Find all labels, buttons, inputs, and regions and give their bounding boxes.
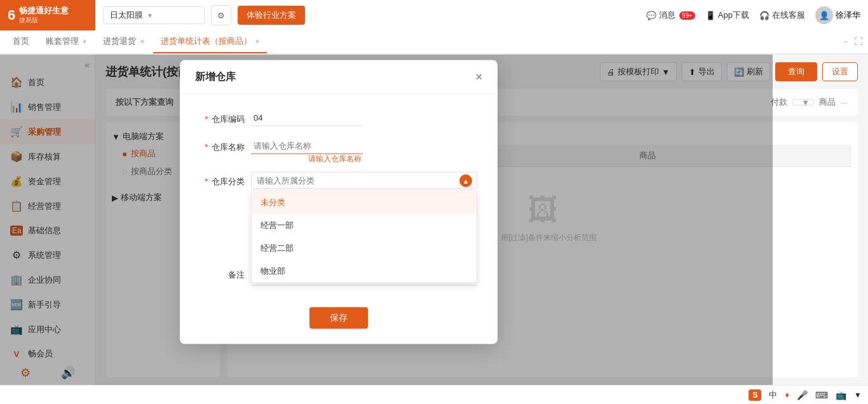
- form-row-category: * 仓库分类 ▲ 未分类 经营一部 经营二部 物业部: [200, 172, 477, 189]
- tab-bar: 首页 账套管理 × 进货退货 × 进货单统计表（按商品） × － ⛶: [0, 30, 868, 55]
- form-label-code: * 仓库编码: [200, 110, 251, 125]
- dropdown-option-dept3[interactable]: 物业部: [252, 260, 477, 283]
- microphone-icon[interactable]: 🎤: [797, 390, 808, 400]
- store-selector[interactable]: 日太阳膜 ▼: [103, 6, 205, 24]
- tab-purchase-stats-label: 进货单统计表（按商品）: [161, 36, 252, 47]
- dropdown-option-unclassified[interactable]: 未分类: [252, 191, 477, 214]
- tab-purchase-return[interactable]: 进货退货 ×: [95, 30, 151, 53]
- keyboard-icon[interactable]: ⌨: [815, 390, 828, 400]
- code-input[interactable]: [251, 110, 363, 126]
- header-row: 6 畅捷通好生意 捷易版 日太阳膜 ▼ ⚙ 体验行业方案 💬 消息 99+: [0, 0, 868, 30]
- phone-icon: 📱: [705, 11, 715, 20]
- modal-footer: 保存: [180, 302, 498, 329]
- logo-area: 6 畅捷通好生意 捷易版: [0, 0, 95, 30]
- tab-accounts-label: 账套管理: [46, 36, 79, 47]
- tab-minimize-icon[interactable]: －: [841, 36, 850, 48]
- username-label: 徐泽华: [836, 10, 860, 21]
- page-settings-button[interactable]: 设置: [822, 62, 858, 81]
- required-star-code: *: [205, 114, 208, 124]
- query-button[interactable]: 查询: [775, 62, 817, 81]
- goods-label: 商品: [819, 97, 836, 108]
- tab-accounts-close[interactable]: ×: [83, 37, 86, 45]
- name-input[interactable]: [251, 138, 363, 154]
- chinese-icon[interactable]: 中: [769, 389, 777, 401]
- form-row-name: * 仓库名称 请输入仓库名称: [200, 138, 477, 154]
- category-dropdown-wrapper: ▲ 未分类 经营一部 经营二部 物业部: [251, 172, 477, 189]
- diamond-icon[interactable]: ♦: [785, 390, 789, 400]
- code-label-text: 仓库编码: [212, 114, 245, 124]
- dropdown-toggle-button[interactable]: ▲: [459, 174, 472, 187]
- monitor-icon[interactable]: 📺: [836, 390, 846, 400]
- tab-purchase-stats[interactable]: 进货单统计表（按商品） ×: [153, 30, 267, 53]
- payment-filter-label: 付款: [771, 97, 787, 108]
- notification-badge: 99+: [679, 11, 695, 20]
- store-selector-arrow: ▼: [147, 12, 153, 19]
- app-download-label: App下载: [718, 10, 749, 21]
- filter-right-area: 付款 ▼ 商品 ···: [771, 97, 848, 108]
- tab-expand-icon[interactable]: ⛶: [854, 36, 863, 48]
- expand-down-icon[interactable]: ▼: [854, 391, 862, 400]
- store-name: 日太阳膜: [110, 10, 143, 21]
- tab-accounts[interactable]: 账套管理 ×: [38, 30, 94, 53]
- logo-sub-text: 捷易版: [19, 16, 69, 25]
- tab-home-label: 首页: [13, 36, 29, 47]
- user-area[interactable]: 👤 徐泽华: [815, 6, 860, 24]
- user-avatar: 👤: [815, 6, 833, 24]
- form-label-note: 备注: [200, 266, 251, 281]
- headset-icon: 🎧: [759, 11, 770, 20]
- tab-purchase-return-close[interactable]: ×: [140, 37, 144, 45]
- dropdown-option-dept1[interactable]: 经营一部: [252, 214, 477, 237]
- header-content: 日太阳膜 ▼ ⚙ 体验行业方案 💬 消息 99+ 📱 App下载 🎧: [95, 0, 868, 30]
- top-right-area: 💬 消息 99+ 📱 App下载 🎧 在线客服 👤 徐泽华: [646, 6, 860, 24]
- app-container: 6 畅捷通好生意 捷易版 日太阳膜 ▼ ⚙ 体验行业方案 💬 消息 99+: [0, 0, 868, 404]
- online-service-item[interactable]: 🎧 在线客服: [759, 10, 805, 21]
- notification-icon: 💬: [646, 11, 656, 20]
- form-label-category: * 仓库分类: [200, 172, 251, 187]
- lang-switch-icon[interactable]: S: [749, 389, 761, 401]
- dropdown-option-dept2[interactable]: 经营二部: [252, 237, 477, 260]
- required-star-name: *: [205, 142, 208, 152]
- tab-home[interactable]: 首页: [5, 30, 37, 53]
- modal-title: 新增仓库: [195, 71, 236, 84]
- goods-more-icon[interactable]: ···: [841, 98, 848, 107]
- form-row-code: * 仓库编码: [200, 110, 477, 126]
- modal-header: 新增仓库 ×: [180, 60, 498, 95]
- logo-text-area: 畅捷通好生意 捷易版: [19, 6, 69, 25]
- add-warehouse-modal: 新增仓库 × * 仓库编码: [180, 60, 498, 344]
- settings-gear-button[interactable]: ⚙: [211, 5, 231, 25]
- logo-main-text: 畅捷通好生意: [19, 6, 69, 17]
- logo-icon: 6: [8, 7, 15, 24]
- bottom-status-bar: S 中 ♦ 🎤 ⌨ 📺 ▼: [0, 385, 868, 404]
- tab-purchase-stats-close[interactable]: ×: [255, 37, 259, 45]
- name-label-text: 仓库名称: [212, 142, 245, 152]
- app-download-item[interactable]: 📱 App下载: [705, 10, 749, 21]
- online-service-label: 在线客服: [772, 10, 805, 21]
- form-code-wrapper: [251, 110, 477, 126]
- category-label-text: 仓库分类: [212, 177, 245, 186]
- required-star-category: *: [205, 177, 208, 186]
- category-input[interactable]: [251, 172, 477, 189]
- save-button[interactable]: 保存: [309, 307, 368, 329]
- form-label-name: * 仓库名称: [200, 138, 251, 153]
- payment-select-arrow: ▼: [801, 98, 810, 107]
- note-label-text: 备注: [228, 270, 245, 279]
- payment-select[interactable]: ▼: [792, 99, 814, 105]
- modal-backdrop[interactable]: 新增仓库 × * 仓库编码: [0, 55, 773, 385]
- form-name-wrapper: 请输入仓库名称: [251, 138, 477, 154]
- trial-button[interactable]: 体验行业方案: [238, 6, 305, 25]
- category-dropdown-list: 未分类 经营一部 经营二部 物业部: [251, 191, 477, 283]
- notification-label: 消息: [659, 10, 675, 21]
- notification-item[interactable]: 💬 消息 99+: [646, 10, 695, 21]
- gear-icon: ⚙: [217, 11, 225, 20]
- modal-body: * 仓库编码 * 仓库名称: [180, 95, 498, 302]
- tab-actions: － ⛶: [841, 36, 863, 48]
- modal-close-button[interactable]: ×: [475, 71, 482, 84]
- name-error-message: 请输入仓库名称: [308, 154, 362, 165]
- tab-purchase-return-label: 进货退货: [103, 36, 136, 47]
